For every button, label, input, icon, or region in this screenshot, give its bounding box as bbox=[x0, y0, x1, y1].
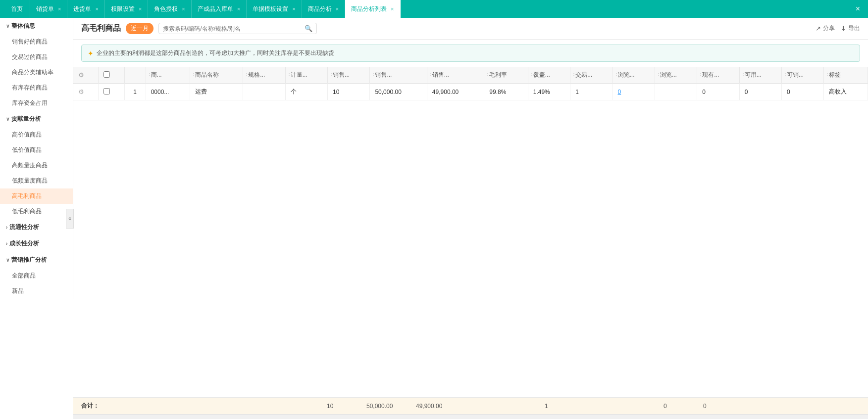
nav-tab-permissions[interactable]: 权限设置× bbox=[105, 0, 148, 18]
close-tab-purchase[interactable]: × bbox=[95, 6, 98, 12]
row-trade-count: 1 bbox=[575, 89, 579, 95]
close-tab-permissions[interactable]: × bbox=[139, 6, 142, 12]
data-table: ⚙商...商品名称规格...计量...销售...销售...销售...毛利率覆盖.… bbox=[73, 67, 868, 100]
arrow-icon: ∨ bbox=[6, 257, 9, 263]
top-nav: 首页销货单×进货单×权限设置×角色授权×产成品入库单×单据模板设置×商品分析×商… bbox=[0, 0, 868, 18]
cell-sellable_stock: 0 bbox=[782, 84, 824, 100]
close-tab-template[interactable]: × bbox=[292, 6, 295, 12]
content-area: 高毛利商品 近一月 🔍 ↗ 分享 ⬇ 导出 ✦ 企业的主要的利润都是这部分商品创… bbox=[73, 18, 868, 419]
row-current-stock: 0 bbox=[702, 89, 706, 95]
sidebar-group-overall[interactable]: ∨整体信息 bbox=[0, 18, 73, 34]
nav-tab-sales[interactable]: 销货单× bbox=[30, 0, 67, 18]
cell-browse2 bbox=[655, 84, 697, 100]
col-header-name[interactable]: 商品名称 bbox=[190, 67, 243, 84]
col-header-current_stock[interactable]: 现有... bbox=[697, 67, 739, 84]
row-browse1[interactable]: 0 bbox=[618, 89, 621, 95]
cell-cover_rate: 1.49% bbox=[528, 84, 570, 100]
row-margin-rate: 99.8% bbox=[489, 89, 506, 95]
sidebar-group-marketing[interactable]: ∨营销推广分析 bbox=[0, 252, 73, 268]
nav-tab-products[interactable]: 产成品入库单× bbox=[192, 0, 247, 18]
sidebar-item-high-freq[interactable]: 高频量度商品 bbox=[0, 158, 73, 173]
sidebar-group-growth[interactable]: ›成长性分析 bbox=[0, 235, 73, 252]
close-all-button[interactable]: × bbox=[852, 4, 864, 13]
footer-sales-qty: 10 bbox=[322, 403, 361, 410]
col-header-checkbox bbox=[98, 67, 124, 84]
col-header-sales_qty[interactable]: 销售... bbox=[328, 67, 370, 84]
close-tab-analysis[interactable]: × bbox=[336, 6, 339, 12]
footer-sales-amt: 50,000.00 bbox=[361, 403, 411, 410]
col-header-browse2[interactable]: 浏览... bbox=[655, 67, 697, 84]
col-header-unit[interactable]: 计量... bbox=[285, 67, 327, 84]
col-header-available_stock[interactable]: 可用... bbox=[739, 67, 781, 84]
bottom-scrollbar[interactable] bbox=[73, 414, 868, 419]
row-unit: 个 bbox=[291, 88, 297, 95]
cell-trade_count: 1 bbox=[570, 84, 613, 100]
row-checkbox[interactable] bbox=[103, 88, 110, 94]
nav-tab-template[interactable]: 单据模板设置× bbox=[247, 0, 302, 18]
footer-available-stock: 0 bbox=[698, 403, 738, 410]
col-header-code[interactable]: 商... bbox=[146, 67, 190, 84]
nav-tab-roles[interactable]: 角色授权× bbox=[148, 0, 191, 18]
col-header-margin_rate[interactable]: 毛利率 bbox=[484, 67, 528, 84]
col-header-cover_rate[interactable]: 覆盖... bbox=[528, 67, 570, 84]
cell-code: 0000... bbox=[146, 84, 190, 100]
export-button[interactable]: ⬇ 导出 bbox=[841, 24, 860, 33]
cell-checkbox bbox=[98, 84, 124, 100]
nav-tab-analysis[interactable]: 商品分析× bbox=[302, 0, 345, 18]
col-header-browse1[interactable]: 浏览... bbox=[613, 67, 655, 84]
close-tab-products[interactable]: × bbox=[237, 6, 240, 12]
table-wrapper: ⚙商...商品名称规格...计量...销售...销售...销售...毛利率覆盖.… bbox=[73, 67, 868, 397]
sidebar-group-profit[interactable]: ∨贡献量分析 bbox=[0, 111, 73, 127]
sidebar-item-hot-goods[interactable]: 销售好的商品 bbox=[0, 34, 73, 49]
group-label: 成长性分析 bbox=[9, 239, 39, 248]
col-header-trade_count[interactable]: 交易... bbox=[570, 67, 613, 84]
sidebar-item-low-freq[interactable]: 低频量度商品 bbox=[0, 173, 73, 188]
sidebar-item-all-goods[interactable]: 全部商品 bbox=[0, 268, 73, 283]
close-tab-roles[interactable]: × bbox=[182, 6, 185, 12]
close-tab-sales[interactable]: × bbox=[58, 6, 61, 12]
col-header-settings: ⚙ bbox=[73, 67, 98, 84]
page-title: 高毛利商品 bbox=[81, 23, 121, 34]
row-cover-rate: 1.49% bbox=[533, 89, 550, 95]
nav-tab-analysis-list[interactable]: 商品分析列表× bbox=[345, 0, 400, 18]
col-header-sales_cost[interactable]: 销售... bbox=[427, 67, 484, 84]
select-all-checkbox[interactable] bbox=[103, 71, 110, 78]
sidebar-item-stocked-goods[interactable]: 有库存的商品 bbox=[0, 80, 73, 95]
sidebar-item-traded-goods[interactable]: 交易过的商品 bbox=[0, 49, 73, 65]
row-name: 运费 bbox=[195, 88, 207, 95]
sidebar-item-capital-occupy[interactable]: 库存资金占用 bbox=[0, 95, 73, 111]
time-filter-button[interactable]: 近一月 bbox=[126, 23, 153, 34]
settings-icon[interactable]: ⚙ bbox=[78, 71, 84, 79]
col-header-tag[interactable]: 标签 bbox=[824, 67, 868, 84]
sidebar-collapse-button[interactable]: « bbox=[66, 209, 74, 229]
row-settings-icon[interactable]: ⚙ bbox=[78, 88, 84, 95]
col-header-num bbox=[124, 67, 146, 84]
cell-spec bbox=[243, 84, 285, 100]
info-icon: ✦ bbox=[88, 49, 94, 57]
sidebar-group-flow[interactable]: ›流通性分析 bbox=[0, 219, 73, 235]
sidebar-item-low-value[interactable]: 低价值商品 bbox=[0, 142, 73, 158]
search-box: 🔍 bbox=[158, 23, 317, 34]
share-button[interactable]: ↗ 分享 bbox=[816, 24, 835, 33]
col-header-spec[interactable]: 规格... bbox=[243, 67, 285, 84]
group-label: 流通性分析 bbox=[9, 223, 39, 232]
nav-tab-purchase[interactable]: 进货单× bbox=[67, 0, 104, 18]
cell-sales_cost: 49,900.00 bbox=[427, 84, 484, 100]
search-input[interactable] bbox=[163, 25, 303, 32]
sidebar-item-analysis-assist[interactable]: 商品分类辅助率 bbox=[0, 65, 73, 80]
col-header-sales_amt[interactable]: 销售... bbox=[370, 67, 427, 84]
col-header-sellable_stock[interactable]: 可销... bbox=[782, 67, 824, 84]
sidebar-item-high-value[interactable]: 高价值商品 bbox=[0, 127, 73, 142]
main-layout: ∨整体信息销售好的商品交易过的商品商品分类辅助率有库存的商品库存资金占用∨贡献量… bbox=[0, 18, 868, 419]
export-icon: ⬇ bbox=[841, 25, 846, 32]
arrow-icon: ∨ bbox=[6, 23, 9, 29]
nav-tab-home[interactable]: 首页 bbox=[4, 0, 30, 18]
search-icon[interactable]: 🔍 bbox=[305, 25, 312, 32]
sidebar-item-low-margin[interactable]: 低毛利商品 bbox=[0, 204, 73, 219]
table-row: ⚙10000...运费个1050,000.0049,900.0099.8%1.4… bbox=[73, 84, 868, 100]
cell-tag: 高收入 bbox=[824, 84, 868, 100]
row-code: 0000... bbox=[151, 89, 169, 95]
sidebar-item-new-goods[interactable]: 新品 bbox=[0, 283, 73, 299]
close-tab-analysis-list[interactable]: × bbox=[391, 6, 394, 12]
sidebar-item-high-margin[interactable]: 高毛利商品 bbox=[0, 188, 73, 204]
